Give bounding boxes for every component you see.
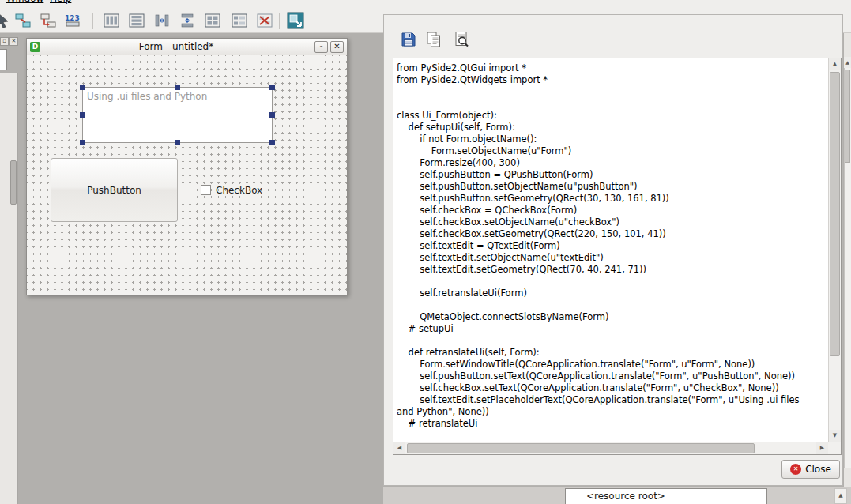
close-button[interactable]: ✕ Close (781, 460, 840, 479)
code-line: and Python", None)) (397, 406, 828, 418)
code-line: def retranslateUi(self, Form): (397, 347, 828, 359)
code-line: self.pushButton.setText(QCoreApplication… (397, 370, 828, 382)
selection-handle[interactable] (80, 85, 85, 90)
scroll-up-arrow-icon[interactable]: ▲ (829, 58, 841, 70)
checkbox-label: CheckBox (216, 185, 262, 196)
form-minimize-button[interactable]: - (314, 41, 328, 53)
save-icon[interactable] (397, 28, 420, 51)
form-close-button[interactable]: ✕ (330, 41, 344, 53)
code-line: Form.resize(400, 300) (397, 157, 828, 169)
vertical-scroll-thumb[interactable] (830, 72, 840, 356)
menu-window[interactable]: Window (6, 0, 43, 4)
toolbar-separator (92, 13, 93, 29)
textedit-placeholder: Using .ui files and Python (83, 88, 272, 105)
layout-grid-icon[interactable] (202, 10, 223, 31)
close-button-label: Close (805, 464, 831, 475)
copy-icon[interactable] (423, 28, 445, 51)
scroll-left-arrow-icon[interactable]: ◀ (393, 442, 405, 454)
form-window-title: Form - untitled* (40, 41, 312, 52)
scroll-down-arrow-icon[interactable]: ▼ (829, 430, 841, 442)
find-icon[interactable] (450, 28, 473, 51)
code-line: self.checkBox = QCheckBox(Form) (397, 205, 828, 216)
svg-text:123: 123 (65, 14, 80, 22)
selection-handle[interactable] (175, 140, 180, 145)
code-line (397, 86, 828, 98)
code-line: from PySide2.QtGui import * (397, 62, 828, 74)
layout-horizontal-splitter-icon[interactable] (152, 10, 172, 31)
edit-tab-order-icon[interactable]: 123 (63, 10, 84, 31)
selection-handle[interactable] (269, 140, 275, 145)
code-line: from PySide2.QtWidgets import * (397, 74, 828, 86)
code-line: self.textEdit.setGeometry(QRect(70, 40, … (397, 264, 828, 276)
code-line (397, 98, 828, 110)
code-line: # retranslateUi (397, 418, 828, 430)
layout-horizontal-icon[interactable] (101, 10, 122, 31)
close-dialog-icon: ✕ (790, 464, 801, 475)
code-line: def setupUi(self, Form): (397, 122, 828, 134)
code-line: self.textEdit.setPlaceholderText(QCoreAp… (397, 394, 828, 406)
code-view[interactable]: from PySide2.QtGui import *from PySide2.… (393, 58, 842, 455)
checkbox-indicator[interactable] (201, 185, 211, 195)
selection-handle[interactable] (269, 112, 275, 118)
code-line (397, 299, 828, 311)
code-line: class Ui_Form(object): (397, 110, 828, 122)
code-line: self.pushButton = QPushButton(Form) (397, 169, 828, 181)
code-line: self.textEdit = QTextEdit(Form) (397, 240, 828, 252)
selection-handle[interactable] (80, 112, 85, 118)
selection-handle[interactable] (175, 85, 180, 90)
code-line (397, 276, 828, 288)
scrollbar-corner (828, 442, 841, 454)
code-line: self.checkBox.setText(QCoreApplication.t… (397, 382, 828, 394)
code-line: self.pushButton.setGeometry(QRect(30, 13… (397, 193, 828, 205)
code-preview-dialog: from PySide2.QtGui import *from PySide2.… (383, 14, 843, 486)
resource-root-label: <resource root> (586, 491, 665, 502)
layout-form-icon[interactable] (229, 10, 250, 31)
code-line: self.textEdit.setObjectName(u"textEdit") (397, 252, 828, 264)
code-line: # setupUi (397, 323, 828, 335)
form-canvas[interactable]: Using .ui files and Python PushButton Ch… (27, 55, 347, 295)
checkbox-widget[interactable]: CheckBox (201, 174, 281, 206)
edit-signals-slots-icon[interactable] (13, 10, 33, 31)
horizontal-scroll-thumb[interactable] (407, 443, 755, 453)
dock-close-button[interactable]: ✕ (9, 37, 18, 46)
code-line: self.pushButton.setObjectName(u"pushButt… (397, 181, 828, 193)
code-text[interactable]: from PySide2.QtGui import *from PySide2.… (393, 58, 828, 442)
code-horizontal-scrollbar[interactable]: ◀ ▶ (393, 442, 828, 454)
menu-help[interactable]: Help (50, 0, 71, 4)
toolbar-separator (279, 13, 280, 29)
widgetbox-panel-edge (0, 73, 18, 504)
code-line: self.checkBox.setObjectName(u"checkBox") (397, 216, 828, 228)
break-layout-icon[interactable] (254, 10, 275, 31)
code-line: Form.setObjectName(u"Form") (397, 145, 828, 157)
background-scroll-up-icon[interactable]: ▲ (844, 57, 851, 68)
layout-vertical-icon[interactable] (126, 10, 147, 31)
dock-float-button[interactable]: ▫ (0, 37, 9, 46)
code-line: Form.setWindowTitle(QCoreApplication.tra… (397, 359, 828, 370)
code-line: self.checkBox.setGeometry(QRect(220, 150… (397, 228, 828, 240)
code-line: if not Form.objectName(): (397, 134, 828, 145)
background-scroll-thumb[interactable] (845, 70, 850, 163)
edit-widgets-icon[interactable] (0, 10, 13, 31)
layout-vertical-splitter-icon[interactable] (177, 10, 198, 31)
code-line (397, 335, 828, 347)
pushbutton-widget[interactable]: PushButton (51, 158, 178, 222)
textedit-widget[interactable]: Using .ui files and Python (82, 87, 273, 143)
code-line: QMetaObject.connectSlotsByName(Form) (397, 311, 828, 323)
pushbutton-label: PushButton (87, 185, 141, 196)
selection-handle[interactable] (80, 140, 85, 145)
scroll-right-arrow-icon[interactable]: ▶ (816, 442, 828, 454)
resource-root-item[interactable]: <resource root> (565, 488, 767, 504)
property-editor-edge: ▲ (844, 33, 851, 504)
widgetbox-scrollbar-thumb[interactable] (10, 160, 17, 205)
widgetbox-filter-input[interactable] (0, 49, 7, 70)
form-window-titlebar[interactable]: D Form - untitled* - ✕ (27, 39, 347, 55)
selection-handle[interactable] (269, 85, 275, 90)
designer-form-icon: D (30, 42, 40, 52)
code-line: self.retranslateUi(Form) (397, 288, 828, 299)
adjust-size-icon[interactable] (285, 10, 306, 31)
edit-buddies-icon[interactable] (38, 10, 58, 31)
code-vertical-scrollbar[interactable]: ▲ ▼ (828, 58, 841, 442)
form-window: D Form - untitled* - ✕ Using .ui files a… (26, 38, 348, 295)
resource-scrollbar[interactable]: ▲ (834, 488, 847, 504)
